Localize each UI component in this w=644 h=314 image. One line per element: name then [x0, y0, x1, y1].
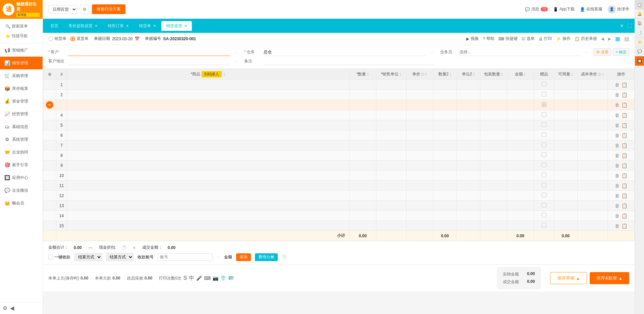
delete-row-4[interactable]: 🗑: [615, 113, 620, 118]
account-dots[interactable]: ···: [217, 255, 220, 259]
copy-row-7[interactable]: 📋: [622, 143, 627, 148]
tab-sales-return[interactable]: 销货退货 ✕: [161, 21, 192, 31]
gift-checkbox-11[interactable]: [542, 183, 546, 187]
gift-checkbox-5[interactable]: [542, 122, 546, 127]
next-btn[interactable]: ▶: [608, 37, 611, 41]
settings-icon[interactable]: ⚙: [3, 305, 7, 311]
delete-row-8[interactable]: 🗑: [615, 153, 620, 158]
customer-dots[interactable]: ···: [234, 50, 237, 55]
float-active-icon[interactable]: 🔲: [635, 56, 644, 66]
customer-input[interactable]: [68, 48, 230, 56]
gift-checkbox-15[interactable]: [542, 223, 546, 228]
delete-row-10[interactable]: 🗑: [615, 173, 620, 178]
delete-row-3[interactable]: 🗑: [615, 102, 620, 108]
copy-row-12[interactable]: 📋: [622, 193, 627, 198]
calendar-icon[interactable]: 📅: [135, 37, 140, 41]
copy-row-6[interactable]: 📋: [622, 133, 627, 138]
delete-row-5[interactable]: 🗑: [615, 123, 620, 128]
sidebar-item-sales[interactable]: 📊 销售管理: [0, 57, 43, 69]
tab-close-price-settings[interactable]: ✕: [95, 24, 98, 28]
float-star-icon[interactable]: ⭐: [635, 38, 644, 47]
goods-input-row3[interactable]: [70, 103, 346, 108]
calc-method-select[interactable]: 结算方式: [74, 253, 102, 261]
search-menu-item[interactable]: 🔍 搜索菜单: [3, 21, 40, 31]
delete-row-11[interactable]: 🗑: [615, 183, 620, 188]
collapse-icon[interactable]: ◀: [10, 305, 14, 311]
history-btn[interactable]: 📋 历史单据: [575, 36, 597, 42]
save-draft-button[interactable]: 保存草稿 ▲: [550, 272, 587, 284]
delete-row-14[interactable]: 🗑: [615, 213, 620, 218]
copy-row-5[interactable]: 📋: [622, 123, 627, 128]
delete-row-6[interactable]: 🗑: [615, 133, 620, 138]
sidebar-item-finance[interactable]: 💰 资金管理: [0, 95, 43, 108]
sidebar-item-base[interactable]: 🗂 基础信息: [0, 120, 43, 133]
tab-bar-expand-icon[interactable]: ⛶: [627, 23, 632, 28]
scan-input-btn[interactable]: 扫码录入: [202, 71, 222, 77]
tab-price-settings[interactable]: 售价提取设置 ✕: [64, 21, 102, 31]
gift-checkbox-8[interactable]: [542, 152, 546, 157]
logistics-btn[interactable]: + 物流: [613, 48, 629, 56]
radio-return[interactable]: 退货单: [70, 36, 89, 42]
sidebar-search[interactable]: 🔍 搜索菜单 ⭐ 快捷导航: [0, 19, 43, 44]
settings-btn[interactable]: ⚙ 设置: [593, 48, 611, 56]
sidebar-item-system[interactable]: ⚙ 系统管理: [0, 133, 43, 146]
sidebar-item-marketing[interactable]: 📢 营销推广: [0, 44, 43, 57]
operate-btn[interactable]: ⚡ 操作: [556, 36, 571, 42]
sidebar-item-apps[interactable]: 🔲 应用中心: [0, 171, 43, 184]
gift-checkbox-9[interactable]: [542, 163, 546, 167]
customer-addr-dots[interactable]: ···: [234, 59, 237, 64]
float-doc-icon[interactable]: 📑: [635, 28, 644, 38]
account-input[interactable]: [158, 253, 213, 261]
add-payment-btn[interactable]: 添加: [236, 253, 251, 261]
help-btn[interactable]: ? 帮助: [483, 36, 494, 42]
sidebar-item-enterprise[interactable]: 🤝 企业协同: [0, 146, 43, 159]
copy-row-1[interactable]: 📋: [622, 82, 627, 87]
float-chat-icon[interactable]: 💬: [635, 47, 644, 56]
print-btn[interactable]: 🖨 打印: [539, 36, 552, 42]
copy-row-13[interactable]: 📋: [622, 203, 627, 208]
copy-row-2[interactable]: 📋: [622, 92, 627, 98]
sidebar-item-newbie[interactable]: 🎯 新手引导: [0, 159, 43, 171]
list-view-btn[interactable]: ▤: [624, 36, 629, 42]
gift-checkbox-12[interactable]: [542, 193, 546, 197]
add-row-button[interactable]: +: [46, 101, 53, 109]
sidebar-item-inventory[interactable]: 📦 库存核算: [0, 82, 43, 95]
shortcut-btn[interactable]: ⌨ 快捷键: [498, 36, 518, 42]
one-click-payment-checkbox[interactable]: 一键收款: [48, 254, 70, 260]
discount-help-icon[interactable]: ?: [122, 245, 126, 250]
header-gear-button[interactable]: ⚙: [80, 5, 89, 14]
float-bell-icon[interactable]: 🔔: [635, 9, 644, 19]
tab-close-sales-return[interactable]: ✕: [184, 24, 187, 28]
gift-checkbox-6[interactable]: [542, 132, 546, 137]
message-action[interactable]: 💬 消息 70: [525, 6, 548, 12]
copy-row-3[interactable]: 📋: [622, 102, 627, 108]
gift-checkbox-4[interactable]: [542, 112, 546, 117]
float-home-icon[interactable]: 🏠: [635, 19, 644, 28]
remark-input[interactable]: [264, 57, 433, 65]
copy-row-11[interactable]: 📋: [622, 183, 627, 188]
delete-row-12[interactable]: 🗑: [615, 193, 620, 198]
copy-row-9[interactable]: 📋: [622, 163, 627, 168]
user-profile[interactable]: 👤 徐泽华: [608, 5, 629, 13]
save-new-button[interactable]: 保存&新增 ▲: [590, 272, 629, 284]
grid-view-btn[interactable]: ▦: [615, 36, 620, 42]
gift-checkbox-1[interactable]: [542, 82, 546, 86]
split-help-icon[interactable]: ?: [282, 255, 286, 259]
sidebar-item-purchase[interactable]: 🛒 采购管理: [0, 69, 43, 82]
sidebar-item-member[interactable]: 👑 畅会员: [0, 197, 43, 209]
copy-row-8[interactable]: 📋: [622, 153, 627, 158]
tab-close-sales-delivery[interactable]: ✕: [153, 24, 156, 28]
quick-nav-item[interactable]: ⭐ 快捷导航: [3, 31, 40, 41]
delete-row-2[interactable]: 🗑: [615, 92, 620, 98]
gift-checkbox-2[interactable]: [542, 92, 546, 97]
tab-sales-order[interactable]: 销售订单 ✕: [103, 21, 133, 31]
gift-checkbox-7[interactable]: [542, 142, 546, 147]
warehouse-dots[interactable]: ···: [430, 50, 433, 55]
salesperson-dots[interactable]: ···: [585, 50, 588, 55]
delete-row-13[interactable]: 🗑: [615, 203, 620, 208]
salesperson-input[interactable]: [460, 48, 581, 56]
online-service-action[interactable]: 👤 在线客服: [580, 6, 602, 12]
app-download-action[interactable]: 📱 App下载: [553, 6, 575, 12]
select-btn[interactable]: ☑ 选单: [522, 36, 535, 42]
sidebar-item-operations[interactable]: 📈 经营管理: [0, 108, 43, 120]
